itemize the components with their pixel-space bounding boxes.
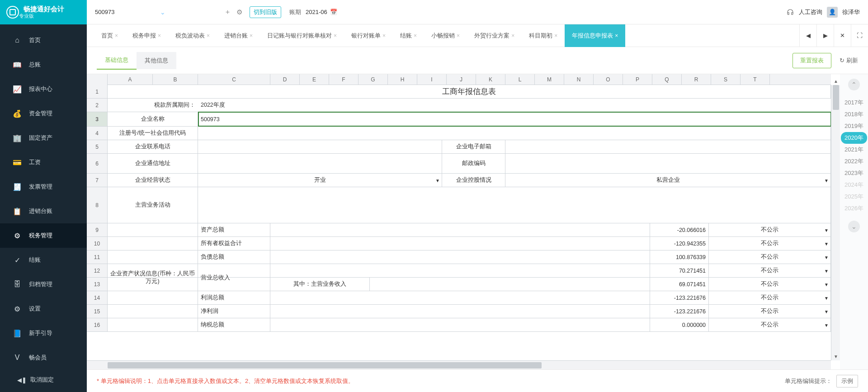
col-P[interactable]: P xyxy=(623,74,652,85)
blank-9[interactable] xyxy=(270,223,650,236)
col-O[interactable]: O xyxy=(594,74,623,85)
col-B[interactable]: B xyxy=(153,74,198,85)
col-E[interactable]: E xyxy=(300,74,329,85)
tab-4[interactable]: 日记账与银行对账单核对× xyxy=(260,24,344,47)
tab-close-icon[interactable]: × xyxy=(554,33,557,39)
row-header-2[interactable]: 2 xyxy=(87,99,108,112)
pub-fin-10[interactable]: 不公示▼ xyxy=(709,237,831,250)
tab-5[interactable]: 银行对账单× xyxy=(344,24,393,47)
row-header-15[interactable]: 15 xyxy=(87,305,108,318)
val-addr[interactable] xyxy=(198,154,442,173)
val-fin-12[interactable]: 70.271451 xyxy=(650,264,709,277)
row-header-13[interactable]: 13 xyxy=(87,278,108,291)
example-button[interactable]: 示例 xyxy=(836,375,858,387)
nav-item-11[interactable]: ⚙设置 xyxy=(0,297,87,321)
calendar-icon[interactable]: 📅 xyxy=(330,9,337,15)
year-2023年[interactable]: 2023年 xyxy=(841,167,867,179)
year-2022年[interactable]: 2022年 xyxy=(841,156,867,167)
pub-fin-16[interactable]: 不公示▼ xyxy=(709,318,831,331)
fullscreen-icon[interactable]: ⛶ xyxy=(851,24,868,47)
row-header-3[interactable]: 3 xyxy=(87,112,108,126)
tab-close-icon[interactable]: × xyxy=(334,33,337,39)
col-D[interactable]: D xyxy=(270,74,300,85)
tab-close-icon[interactable]: × xyxy=(615,33,618,39)
year-2017年[interactable]: 2017年 xyxy=(841,97,867,109)
unpin-button[interactable]: ◀❚ 取消固定 xyxy=(17,376,54,384)
year-2021年[interactable]: 2021年 xyxy=(841,144,867,156)
row-header-10[interactable]: 10 xyxy=(87,237,108,250)
col-T[interactable]: T xyxy=(741,74,770,85)
nav-item-2[interactable]: 📈报表中心 xyxy=(0,77,87,101)
nav-item-9[interactable]: ✓结账 xyxy=(0,248,87,272)
val-fin-11[interactable]: 100.876339 xyxy=(650,250,709,264)
horizontal-scrollbar[interactable] xyxy=(87,360,831,369)
select-all-corner[interactable] xyxy=(87,74,108,85)
blank-10[interactable] xyxy=(270,237,650,250)
tab-close-icon[interactable]: × xyxy=(250,33,253,39)
row-header-5[interactable]: 5 xyxy=(87,140,108,153)
pub-fin-14[interactable]: 不公示▼ xyxy=(709,291,831,304)
nav-item-8[interactable]: ⚙税务管理 xyxy=(0,223,87,248)
row-header-11[interactable]: 11 xyxy=(87,250,108,264)
val-holding[interactable]: 私营企业▼ xyxy=(505,174,831,187)
row-header-14[interactable]: 14 xyxy=(87,291,108,304)
col-C[interactable]: C xyxy=(198,74,270,85)
tab-close-icon[interactable]: × xyxy=(158,33,161,39)
tab-2[interactable]: 税负波动表× xyxy=(168,24,217,47)
vertical-scrollbar[interactable]: ▲ ▼ xyxy=(831,85,840,360)
val-fin-15[interactable]: -123.221676 xyxy=(650,305,709,318)
refresh-button[interactable]: ↻ 刷新 xyxy=(840,57,858,65)
nav-item-13[interactable]: V畅会员 xyxy=(0,345,87,370)
tabs-scroll-left[interactable]: ◀ xyxy=(799,24,816,47)
col-K[interactable]: K xyxy=(476,74,505,85)
tab-close-icon[interactable]: × xyxy=(414,33,417,39)
val-mainbiz[interactable] xyxy=(198,187,831,223)
year-2020年[interactable]: 2020年 xyxy=(841,132,867,144)
tab-close-icon[interactable]: × xyxy=(457,33,460,39)
col-G[interactable]: G xyxy=(359,74,388,85)
tab-3[interactable]: 进销台账× xyxy=(217,24,260,47)
year-2019年[interactable]: 2019年 xyxy=(841,120,867,132)
nav-item-3[interactable]: 💰资金管理 xyxy=(0,101,87,126)
val-email[interactable] xyxy=(505,140,831,153)
tab-10[interactable]: 年报信息申报表× xyxy=(565,24,625,47)
tab-0[interactable]: 首页× xyxy=(94,24,125,47)
row-header-1[interactable]: 1 xyxy=(87,85,108,98)
pub-fin-13[interactable]: 不公示▼ xyxy=(709,278,831,291)
year-scroll-down[interactable]: ⌄ xyxy=(848,221,860,232)
year-2018年[interactable]: 2018年 xyxy=(841,109,867,120)
row-header-12[interactable]: 12 xyxy=(87,264,108,277)
old-version-button[interactable]: 切到旧版 xyxy=(250,6,281,18)
col-M[interactable]: M xyxy=(535,74,564,85)
reset-button[interactable]: 重置报表 xyxy=(793,53,831,68)
nav-item-0[interactable]: ⌂首页 xyxy=(0,28,87,52)
tab-6[interactable]: 结账× xyxy=(393,24,424,47)
row-header-9[interactable]: 9 xyxy=(87,223,108,236)
row-header-6[interactable]: 6 xyxy=(87,154,108,173)
pub-fin-15[interactable]: 不公示▼ xyxy=(709,305,831,318)
scroll-down-icon[interactable]: ▼ xyxy=(831,352,840,360)
avatar[interactable]: 👤 xyxy=(827,7,838,18)
val-zip[interactable] xyxy=(505,154,831,173)
tab-close-icon[interactable]: × xyxy=(207,33,210,39)
tab-7[interactable]: 小畅报销× xyxy=(424,24,467,47)
tabs-scroll-right[interactable]: ▶ xyxy=(816,24,834,47)
blank-16[interactable] xyxy=(270,318,650,331)
hscroll-thumb[interactable] xyxy=(108,362,542,368)
tab-1[interactable]: 税务申报× xyxy=(125,24,168,47)
scroll-up-icon[interactable]: ▲ xyxy=(831,77,840,85)
val-fin-10[interactable]: -120.942355 xyxy=(650,237,709,250)
row-header-4[interactable]: 4 xyxy=(87,127,108,140)
nav-item-7[interactable]: 📋进销台账 xyxy=(0,199,87,223)
nav-item-6[interactable]: 🧾发票管理 xyxy=(0,175,87,199)
subtab-other[interactable]: 其他信息 xyxy=(137,52,176,69)
val-status[interactable]: 开业▼ xyxy=(198,174,442,187)
tab-9[interactable]: 科目期初× xyxy=(522,24,565,47)
val-fin-14[interactable]: -123.221676 xyxy=(650,291,709,304)
vscroll-thumb[interactable] xyxy=(833,85,839,110)
tab-close-icon[interactable]: × xyxy=(115,33,118,39)
pub-fin-11[interactable]: 不公示▼ xyxy=(709,250,831,264)
col-A[interactable]: A xyxy=(108,74,153,85)
nav-item-12[interactable]: 📘新手引导 xyxy=(0,321,87,345)
blank-12[interactable] xyxy=(270,264,650,277)
